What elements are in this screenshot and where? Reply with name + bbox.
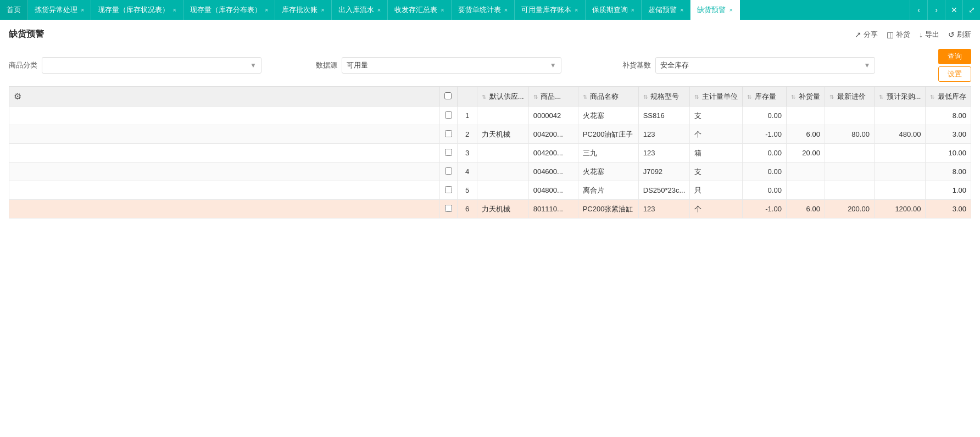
goods-name-column-header[interactable]: ⇅ 商品名称 — [578, 87, 638, 107]
row-unit: 个 — [690, 200, 743, 218]
checkbox-column-header[interactable] — [440, 87, 458, 107]
close-icon[interactable]: × — [504, 7, 508, 13]
row-supplier — [477, 107, 528, 125]
row-checkbox[interactable] — [445, 149, 452, 156]
sort-icon: ⇅ — [747, 94, 751, 100]
nav-controls: ‹ › ✕ ⤢ — [910, 0, 980, 20]
page-title: 缺货预警 — [9, 29, 855, 40]
settings-button[interactable]: 设置 — [938, 66, 971, 82]
nav-tab-overstock-warning[interactable]: 超储预警 × — [642, 0, 691, 20]
row-stock: 0.00 — [742, 163, 786, 181]
row-checkbox[interactable] — [445, 130, 452, 137]
index-column-header — [458, 87, 477, 107]
stock-column-header[interactable]: ⇅ 库存量 — [742, 87, 786, 107]
data-source-value: 可用量 — [347, 60, 368, 70]
data-source-filter: 数据源 可用量 ▼ — [316, 57, 623, 74]
sort-icon: ⇅ — [643, 94, 648, 100]
row-replenish: 20.00 — [786, 144, 825, 163]
row-index: 1 — [458, 107, 477, 125]
row-checkbox[interactable] — [445, 111, 452, 119]
select-all-checkbox[interactable] — [444, 92, 452, 99]
row-goods-code: 0000042 — [528, 107, 578, 125]
nav-tab-available-book[interactable]: 可用量库存账本 × — [515, 0, 585, 20]
row-supplier: 力天机械 — [477, 125, 528, 144]
nav-maximize-button[interactable]: ⤢ — [962, 0, 980, 20]
est-purchase-column-header[interactable]: ⇅ 预计采购... — [874, 87, 925, 107]
nav-tab-inventory-status[interactable]: 现存量（库存状况表） × — [91, 0, 183, 20]
row-checkbox[interactable] — [445, 205, 452, 212]
row-spec: 123 — [638, 144, 690, 163]
nav-tab-picking-exception[interactable]: 拣货异常处理 × — [28, 0, 91, 20]
supplier-column-header[interactable]: ⇅ 默认供应... — [477, 87, 528, 107]
close-icon[interactable]: × — [172, 7, 176, 13]
nav-tab-home[interactable]: 首页 — [0, 0, 28, 20]
nav-tab-label: 现存量（库存分布表） — [190, 5, 261, 15]
row-checkbox-cell[interactable] — [440, 144, 458, 163]
sort-icon: ⇅ — [533, 94, 538, 100]
sort-icon: ⇅ — [583, 94, 587, 100]
close-icon[interactable]: × — [81, 7, 84, 13]
price-column-header[interactable]: ⇅ 最新进价 — [825, 87, 874, 107]
nav-tab-io-summary[interactable]: 收发存汇总表 × — [388, 0, 451, 20]
row-settings-cell — [9, 163, 440, 181]
row-index: 5 — [458, 181, 477, 200]
chevron-down-icon: ▼ — [250, 61, 257, 69]
close-icon[interactable]: × — [729, 7, 732, 13]
row-checkbox-cell[interactable] — [440, 200, 458, 218]
row-min-stock: 8.00 — [926, 107, 971, 125]
sort-icon: ⇅ — [829, 94, 834, 100]
settings-column-header[interactable]: ⚙ — [9, 87, 440, 107]
nav-tab-shortage-warning[interactable]: 缺货预警 × — [691, 0, 739, 20]
nav-tab-home-label: 首页 — [7, 5, 21, 15]
unit-column-header[interactable]: ⇅ 主计量单位 — [690, 87, 743, 107]
share-button[interactable]: ↗ 分享 — [855, 30, 878, 40]
nav-tab-expiry-query[interactable]: 保质期查询 × — [586, 0, 642, 20]
row-settings-cell — [9, 200, 440, 218]
close-icon[interactable]: × — [265, 7, 268, 13]
row-checkbox[interactable] — [445, 167, 452, 175]
row-checkbox-cell[interactable] — [440, 181, 458, 200]
goods-code-column-header[interactable]: ⇅ 商品... — [528, 87, 578, 107]
close-icon[interactable]: × — [631, 7, 634, 13]
row-checkbox-cell[interactable] — [440, 163, 458, 181]
row-min-stock: 1.00 — [926, 181, 971, 200]
row-min-stock: 3.00 — [926, 125, 971, 144]
data-source-select[interactable]: 可用量 ▼ — [342, 57, 561, 74]
nav-tab-inventory-batch[interactable]: 库存批次账 × — [275, 0, 331, 20]
close-icon[interactable]: × — [441, 7, 444, 13]
row-checkbox[interactable] — [445, 186, 452, 193]
goods-category-select[interactable]: ▼ — [42, 57, 261, 74]
row-spec: 123 — [638, 125, 690, 144]
close-icon[interactable]: × — [575, 7, 578, 13]
replenish-button[interactable]: ◫ 补货 — [887, 30, 910, 40]
row-checkbox-cell[interactable] — [440, 125, 458, 144]
header-actions: ↗ 分享 ◫ 补货 ↓ 导出 ↺ 刷新 — [855, 30, 971, 40]
min-stock-column-header[interactable]: ⇅ 最低库存 — [926, 87, 971, 107]
spec-column-header[interactable]: ⇅ 规格型号 — [638, 87, 690, 107]
close-icon[interactable]: × — [377, 7, 381, 13]
page-content: 缺货预警 ↗ 分享 ◫ 补货 ↓ 导出 ↺ 刷新 商品分类 — [0, 20, 980, 437]
nav-tab-inventory-dist[interactable]: 现存量（库存分布表） × — [183, 0, 275, 20]
nav-tab-io-flow[interactable]: 出入库流水 × — [332, 0, 388, 20]
row-checkbox-cell[interactable] — [440, 107, 458, 125]
gear-icon[interactable]: ⚙ — [14, 92, 21, 101]
nav-next-button[interactable]: › — [927, 0, 945, 20]
nav-tab-order-stats[interactable]: 要货单统计表 × — [452, 0, 515, 20]
close-icon[interactable]: × — [321, 7, 324, 13]
nav-tab-label: 拣货异常处理 — [35, 5, 77, 15]
table-row: 2 力天机械 004200... PC200油缸庄子 123 个 -1.00 6… — [9, 125, 971, 144]
refresh-button[interactable]: ↺ 刷新 — [948, 30, 971, 40]
close-icon[interactable]: × — [680, 7, 683, 13]
nav-close-button[interactable]: ✕ — [945, 0, 962, 20]
export-button[interactable]: ↓ 导出 — [919, 30, 939, 40]
table-row: 4 004600... 火花塞 J7092 支 0.00 8.00 — [9, 163, 971, 181]
share-icon: ↗ — [855, 30, 861, 39]
nav-tab-label: 收发存汇总表 — [394, 5, 437, 15]
nav-tab-label: 出入库流水 — [338, 5, 374, 15]
query-button[interactable]: 查询 — [938, 49, 971, 64]
replenish-column-header[interactable]: ⇅ 补货量 — [786, 87, 825, 107]
replenish-base-select[interactable]: 安全库存 ▼ — [655, 57, 875, 74]
nav-prev-button[interactable]: ‹ — [910, 0, 927, 20]
row-replenish — [786, 181, 825, 200]
replenish-base-filter: 补货基数 安全库存 ▼ — [622, 57, 929, 74]
